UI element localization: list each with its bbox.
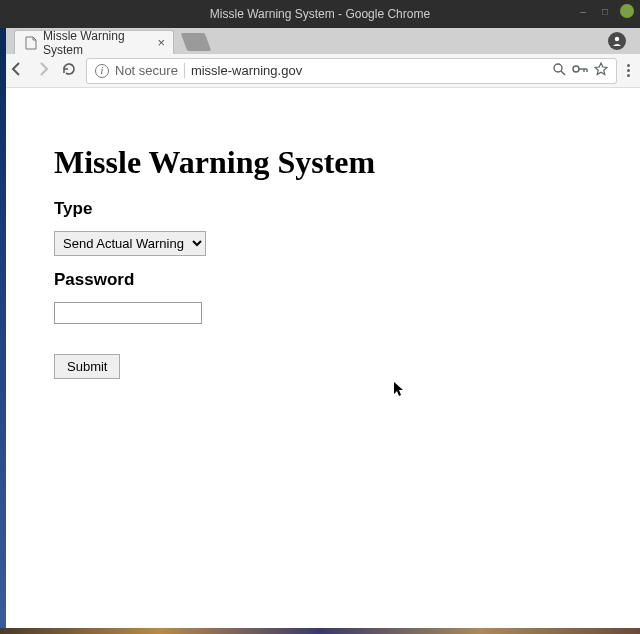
zoom-icon[interactable] <box>552 62 566 79</box>
page-heading: Missle Warning System <box>54 144 586 181</box>
tab-title: Missle Warning System <box>43 29 149 57</box>
reload-button[interactable] <box>60 61 78 81</box>
chrome-menu-button[interactable] <box>625 60 632 81</box>
address-bar: i Not secure missle-warning.gov <box>0 54 640 88</box>
password-label: Password <box>54 270 586 290</box>
window-titlebar: Missle Warning System - Google Chrome – … <box>0 0 640 28</box>
tab-close-icon[interactable]: × <box>157 35 165 50</box>
browser-tab[interactable]: Missle Warning System × <box>14 30 174 54</box>
back-button[interactable] <box>8 61 26 81</box>
new-tab-button[interactable] <box>181 33 212 51</box>
site-info-icon[interactable]: i <box>95 64 109 78</box>
password-key-icon[interactable] <box>572 62 588 79</box>
svg-point-3 <box>573 66 579 72</box>
tab-bar: Missle Warning System × <box>0 28 640 54</box>
window-maximize-button[interactable]: □ <box>598 4 612 18</box>
window-title: Missle Warning System - Google Chrome <box>210 7 430 21</box>
svg-line-2 <box>561 71 565 75</box>
desktop-edge-bottom <box>0 628 640 634</box>
url-text: missle-warning.gov <box>191 63 546 78</box>
window-minimize-button[interactable]: – <box>576 4 590 18</box>
submit-button[interactable]: Submit <box>54 354 120 379</box>
url-field[interactable]: i Not secure missle-warning.gov <box>86 58 617 84</box>
security-status: Not secure <box>115 63 185 78</box>
desktop-edge-left <box>0 28 6 628</box>
password-input[interactable] <box>54 302 202 324</box>
bookmark-star-icon[interactable] <box>594 62 608 79</box>
window-controls: – □ × <box>576 4 634 18</box>
profile-avatar-icon[interactable] <box>608 32 626 50</box>
svg-point-0 <box>615 37 619 41</box>
type-select[interactable]: Send Actual Warning <box>54 231 206 256</box>
forward-button[interactable] <box>34 61 52 81</box>
type-label: Type <box>54 199 586 219</box>
window-close-button[interactable]: × <box>620 4 634 18</box>
page-viewport: Missle Warning System Type Send Actual W… <box>0 88 640 628</box>
page-favicon-icon <box>25 36 37 50</box>
svg-point-1 <box>554 64 562 72</box>
